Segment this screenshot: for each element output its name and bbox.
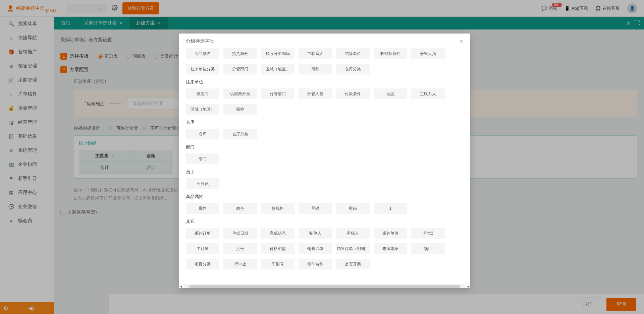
- field-chip[interactable]: 部门: [186, 153, 219, 164]
- field-chip[interactable]: 仓库分类: [336, 64, 370, 74]
- field-chip[interactable]: 制单人: [299, 228, 332, 239]
- field-chip[interactable]: 采购单位: [374, 228, 407, 239]
- field-chip[interactable]: 1: [374, 203, 407, 214]
- field-chip[interactable]: 区域（地区）: [186, 104, 219, 115]
- field-chip[interactable]: 单位2: [411, 228, 445, 239]
- field-chip[interactable]: 分管部门: [261, 88, 294, 99]
- field-selector-modal: 分组待选字段 ✕ 商品别名拣货积分税收分类编码主联系人结算单位收付款条件分管人员…: [179, 34, 470, 288]
- field-chip[interactable]: 付款条件: [336, 88, 370, 99]
- field-chip[interactable]: 分管人员: [299, 88, 332, 99]
- field-chip[interactable]: 供应商分类: [223, 88, 257, 99]
- field-chip[interactable]: 结算单位: [336, 48, 370, 59]
- horizontal-scrollbar[interactable]: ◀ ▶: [179, 284, 470, 288]
- field-chip[interactable]: 税收分类编码: [261, 48, 294, 59]
- field-chip[interactable]: 零件名称: [299, 259, 332, 269]
- field-chip[interactable]: 区域（地区）: [261, 64, 294, 74]
- field-chip[interactable]: 批号: [223, 243, 257, 254]
- field-chip[interactable]: 业务员: [186, 178, 219, 189]
- field-chip[interactable]: 车架号: [261, 259, 294, 269]
- field-chip[interactable]: 分管人员: [411, 48, 445, 59]
- field-chip[interactable]: 销售订单（明细）: [336, 243, 370, 254]
- modal-title: 分组待选字段: [186, 38, 214, 44]
- field-chip[interactable]: 单据日期: [223, 228, 257, 239]
- field-chip[interactable]: 收付款条件: [374, 48, 407, 59]
- field-chip[interactable]: 简称: [223, 104, 257, 115]
- field-chip[interactable]: 多规格: [261, 203, 294, 214]
- field-chip[interactable]: 拣货积分: [223, 48, 257, 59]
- field-chip[interactable]: 项目: [411, 243, 445, 254]
- field-chip[interactable]: 来源单据: [374, 243, 407, 254]
- field-chip[interactable]: 主联系人: [411, 88, 445, 99]
- field-chip[interactable]: 供应商: [186, 88, 219, 99]
- field-chip[interactable]: 属性: [186, 203, 219, 214]
- field-chip[interactable]: 仓库分类: [223, 129, 257, 139]
- field-chip[interactable]: 项目分类: [186, 259, 219, 269]
- field-chip[interactable]: 商品别名: [186, 48, 219, 59]
- field-chip[interactable]: 仓库: [186, 129, 219, 139]
- field-chip[interactable]: 行中止: [223, 259, 257, 269]
- field-group-title: 部门: [186, 144, 462, 150]
- scroll-right-icon[interactable]: ▶: [467, 285, 470, 288]
- close-icon[interactable]: ✕: [460, 39, 464, 44]
- field-group-title: 员工: [186, 169, 462, 175]
- field-chip[interactable]: 完成状态: [261, 228, 294, 239]
- field-chip[interactable]: 分管部门: [223, 64, 257, 74]
- field-chip[interactable]: 颜色: [223, 203, 257, 214]
- field-chip[interactable]: 主联系人: [299, 48, 332, 59]
- field-chip[interactable]: 价格类型: [261, 243, 294, 254]
- field-chip[interactable]: 是否开票: [336, 259, 370, 269]
- field-chip[interactable]: 往来单位分类: [186, 64, 219, 74]
- field-chip[interactable]: 审核人: [336, 228, 370, 239]
- field-group-title: 往来单位: [186, 79, 462, 85]
- field-chip[interactable]: 尺码: [299, 203, 332, 214]
- field-chip[interactable]: 主计量: [186, 243, 219, 254]
- field-chip[interactable]: 销售订单: [299, 243, 332, 254]
- field-group-title: 其它: [186, 218, 462, 225]
- field-chip[interactable]: 地区: [374, 88, 407, 99]
- scroll-left-icon[interactable]: ◀: [179, 285, 182, 288]
- field-chip[interactable]: 采购订单: [186, 228, 219, 239]
- field-chip[interactable]: 鞋码: [336, 203, 370, 214]
- field-group-title: 仓库: [186, 119, 462, 125]
- field-group-title: 商品属性: [186, 194, 462, 200]
- field-chip[interactable]: 简称: [299, 64, 332, 74]
